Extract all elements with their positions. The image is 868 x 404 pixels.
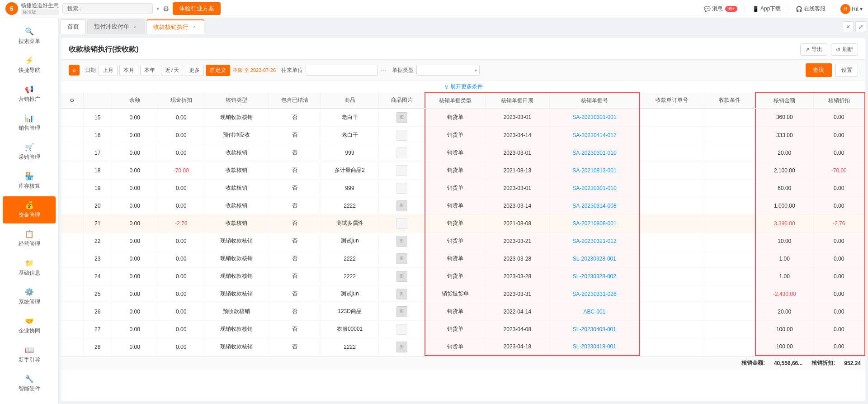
table-footer: 核销金额: 40,556,66... 核销折扣: 952.24 bbox=[61, 356, 865, 370]
app-download-item[interactable]: 📱 App下载 bbox=[752, 5, 781, 13]
filter-expand-button[interactable]: » bbox=[69, 65, 80, 76]
tab-maximize-btn[interactable]: ⤢ bbox=[855, 21, 866, 32]
bill-no-cell[interactable]: SA-20230331-026 bbox=[550, 285, 640, 303]
bill-type-cell: 销货单 bbox=[425, 126, 485, 144]
sidebar-item-quick-nav[interactable]: ⚡ 快捷导航 bbox=[3, 52, 56, 79]
bill-no-cell[interactable]: SL-20230328-002 bbox=[550, 267, 640, 285]
col-settings[interactable]: ⚙ bbox=[61, 93, 83, 109]
expand-more-row[interactable]: ∨ 展开更多条件 bbox=[61, 81, 865, 92]
date-more-btn[interactable]: 更多 bbox=[185, 65, 204, 76]
bill-no-cell[interactable]: SA-20230301-010 bbox=[550, 179, 640, 197]
filter-bar: » 日期 上月 本月 本年 近7天 更多 自定义 不限 至 2023-07-26 bbox=[61, 60, 865, 81]
row-num-cell: 25 bbox=[83, 285, 112, 303]
sidebar-item-purchase[interactable]: 🛒 采购管理 bbox=[3, 138, 56, 166]
filter-bill-type-group: 单据类型 bbox=[392, 65, 480, 76]
sidebar-item-collab[interactable]: 🤝 企业协同 bbox=[3, 312, 56, 339]
main-layout: 🔍 搜索菜单 ⚡ 快捷导航 📢 营销推广 📊 销售管理 🛒 采购管理 🏪 库存核… bbox=[0, 18, 868, 404]
sidebar-item-inventory[interactable]: 🏪 库存核算 bbox=[3, 167, 56, 195]
settings-icon[interactable]: ⚙ bbox=[163, 5, 169, 13]
row-num-cell: 15 bbox=[83, 109, 112, 127]
bill-no-cell[interactable]: SL-20230328-001 bbox=[550, 250, 640, 267]
row-settings-cell bbox=[61, 320, 83, 338]
date-this-month-btn[interactable]: 本月 bbox=[119, 65, 138, 76]
bill-no-cell[interactable]: SL-20230408-001 bbox=[550, 320, 640, 338]
industry-solution-button[interactable]: 体验行业方案 bbox=[173, 2, 221, 15]
cash-discount-cell: 0.00 bbox=[158, 338, 204, 356]
bill-no-cell[interactable]: SA-20230314-008 bbox=[550, 197, 640, 214]
sidebar-label-system: 系统管理 bbox=[19, 298, 40, 306]
balance-cell: 0.00 bbox=[112, 197, 158, 214]
query-button[interactable]: 查询 bbox=[806, 63, 832, 77]
col-verify-discount: 核销折扣 bbox=[813, 93, 865, 109]
tab-prepay-close-icon[interactable]: × bbox=[132, 24, 138, 30]
filter-settings-button[interactable]: 设置 bbox=[835, 64, 858, 77]
search-input[interactable] bbox=[62, 3, 153, 14]
receipt-condition-cell bbox=[704, 214, 755, 232]
tab-receipt-verify[interactable]: 收款核销执行 × bbox=[146, 19, 204, 34]
verify-amount-cell: 333.00 bbox=[755, 126, 813, 144]
collab-icon: 🤝 bbox=[25, 317, 34, 325]
tab-receipt-verify-close-icon[interactable]: × bbox=[191, 24, 198, 30]
bill-no-cell[interactable]: SA-20230301-010 bbox=[550, 144, 640, 162]
finance-icon: 💰 bbox=[25, 201, 34, 209]
bill-no-cell[interactable]: SA-20230414-017 bbox=[550, 126, 640, 144]
bill-no-cell[interactable]: SA-20230321-012 bbox=[550, 232, 640, 250]
sidebar-item-hardware[interactable]: 🔧 智能硬件 bbox=[3, 370, 56, 397]
bill-date-cell: 2023-04-14 bbox=[485, 126, 549, 144]
refresh-button[interactable]: ↺ 刷新 bbox=[831, 43, 858, 56]
table-row: 280.000.00现销收款核销否2222图销货单2023-04-18SL-20… bbox=[61, 338, 865, 356]
col-bill-type: 核销单据类型 bbox=[425, 93, 485, 109]
date-last-month-btn[interactable]: 上月 bbox=[99, 65, 118, 76]
included-settled-cell: 否 bbox=[269, 109, 321, 127]
online-service-item[interactable]: 🎧 在线客服 bbox=[796, 5, 826, 13]
bill-no-cell[interactable]: SA-20210813-001 bbox=[550, 162, 640, 179]
row-num-cell: 26 bbox=[83, 303, 112, 320]
sidebar-item-search[interactable]: 🔍 搜索菜单 bbox=[3, 23, 56, 50]
bill-type-select[interactable] bbox=[416, 65, 480, 76]
tab-close-btn[interactable]: × bbox=[843, 21, 854, 32]
table-row: 170.000.00收款核销否999销货单2023-03-01SA-202303… bbox=[61, 144, 865, 162]
row-num-cell: 20 bbox=[83, 197, 112, 214]
message-item[interactable]: 💬 消息 99+ bbox=[704, 5, 737, 13]
export-button[interactable]: ↗ 导出 bbox=[800, 43, 827, 56]
bill-no-cell[interactable]: SA-20230301-001 bbox=[550, 109, 640, 127]
receipt-condition-cell bbox=[704, 109, 755, 127]
logo-icon: 6 bbox=[5, 2, 18, 15]
user-item[interactable]: R Rit ▾ bbox=[840, 4, 863, 14]
expand-more-label: 展开更多条件 bbox=[450, 83, 483, 90]
table-row: 270.000.00现销收款核销否衣服00001销货单2023-04-08SL-… bbox=[61, 320, 865, 338]
sidebar-item-management[interactable]: 📋 经营管理 bbox=[3, 225, 56, 252]
sidebar-item-system[interactable]: ⚙️ 系统管理 bbox=[3, 283, 56, 310]
verify-discount-cell: 0.00 bbox=[813, 250, 865, 267]
sidebar-item-basic-info[interactable]: 📁 基础信息 bbox=[3, 254, 56, 281]
cash-discount-cell: 0.00 bbox=[158, 303, 204, 320]
quick-nav-icon: ⚡ bbox=[25, 56, 34, 65]
row-num-cell: 28 bbox=[83, 338, 112, 356]
sidebar-item-marketing[interactable]: 📢 营销推广 bbox=[3, 81, 56, 108]
date-custom-btn[interactable]: 自定义 bbox=[206, 65, 230, 76]
search-chevron-icon[interactable]: ▾ bbox=[156, 5, 159, 12]
included-settled-cell: 否 bbox=[269, 197, 321, 214]
sidebar-item-sales[interactable]: 📊 销售管理 bbox=[3, 109, 56, 137]
date-this-year-btn[interactable]: 本年 bbox=[140, 65, 159, 76]
goods-cell: 999 bbox=[321, 179, 379, 197]
footer-verify-amount-label: 核销金额: bbox=[741, 359, 765, 367]
bill-no-cell[interactable]: SL-20230418-001 bbox=[550, 338, 640, 356]
sidebar-item-wechat[interactable]: 💬 企业微信 bbox=[3, 399, 56, 404]
sidebar-label-finance: 资金管理 bbox=[19, 211, 40, 219]
expand-more-chevron-icon: ∨ bbox=[444, 84, 448, 90]
cash-discount-cell: 0.00 bbox=[158, 320, 204, 338]
date-last-7days-btn[interactable]: 近7天 bbox=[161, 65, 183, 76]
bill-no-cell[interactable]: SA-20210808-001 bbox=[550, 214, 640, 232]
sidebar-item-guide[interactable]: 📖 新手引导 bbox=[3, 341, 56, 368]
tab-prepay[interactable]: 预付冲应付单 × bbox=[87, 19, 145, 34]
bill-no-cell[interactable]: ABC-001 bbox=[550, 303, 640, 320]
sidebar-item-finance[interactable]: 💰 资金管理 bbox=[3, 196, 56, 223]
goods-image-cell: 图 bbox=[379, 267, 425, 285]
tab-bar: 首页 预付冲应付单 × 收款核销执行 × × ⤢ bbox=[59, 18, 868, 35]
tab-home[interactable]: 首页 bbox=[61, 19, 86, 34]
from-unit-input[interactable] bbox=[306, 65, 378, 76]
goods-image-cell bbox=[379, 144, 425, 162]
receipt-condition-cell bbox=[704, 144, 755, 162]
receipt-condition-cell bbox=[704, 179, 755, 197]
